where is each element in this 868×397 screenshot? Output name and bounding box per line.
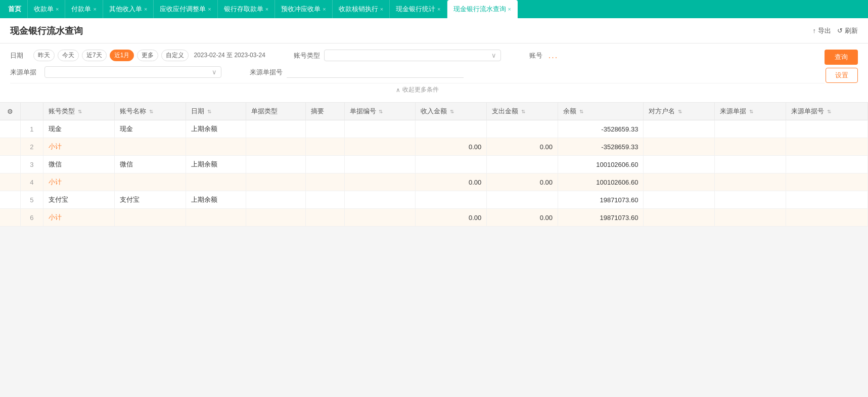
table-cell: 小计 bbox=[43, 173, 115, 191]
nav-tab-writeoff-close[interactable]: × bbox=[380, 6, 383, 12]
column-source-doc-num[interactable]: 来源单据号 ⇅ bbox=[786, 103, 867, 120]
refresh-icon: ↺ bbox=[837, 27, 843, 34]
table-cell: 小计 bbox=[43, 138, 115, 156]
table-cell bbox=[344, 156, 416, 173]
nav-tab-receipt[interactable]: 收款单 × bbox=[28, 0, 65, 18]
table-row: 5支付宝支付宝上期余额19871073.60 bbox=[0, 191, 868, 209]
column-account-name[interactable]: 账号名称 ⇅ bbox=[115, 103, 186, 120]
table-cell: 现金 bbox=[43, 120, 115, 138]
nav-tab-payment[interactable]: 付款单 × bbox=[65, 0, 103, 18]
sort-expense-icon: ⇅ bbox=[521, 109, 525, 114]
sort-account-name-icon: ⇅ bbox=[149, 109, 153, 114]
table-cell bbox=[306, 156, 344, 173]
sort-doc-number-icon: ⇅ bbox=[379, 109, 383, 114]
date-btn-custom[interactable]: 自定义 bbox=[161, 50, 189, 61]
nav-tab-payment-close[interactable]: × bbox=[93, 6, 96, 12]
column-income[interactable]: 收入金额 ⇅ bbox=[416, 103, 487, 120]
column-doc-number[interactable]: 单据编号 ⇅ bbox=[344, 103, 416, 120]
nav-tab-ar-ap-adj-close[interactable]: × bbox=[208, 6, 211, 12]
table-cell: -3528659.33 bbox=[558, 138, 644, 156]
column-gear[interactable]: ⚙ bbox=[0, 103, 20, 120]
header-actions: ↑ 导出 ↺ 刷新 bbox=[813, 26, 858, 35]
sort-balance-icon: ⇅ bbox=[579, 109, 583, 114]
account-type-select[interactable]: ∨ bbox=[324, 50, 501, 61]
refresh-label: 刷新 bbox=[845, 26, 858, 35]
table-cell: 6 bbox=[20, 209, 43, 227]
nav-tab-other-income[interactable]: 其他收入单 × bbox=[103, 0, 154, 18]
nav-tab-bank-deposit-close[interactable]: × bbox=[265, 6, 268, 12]
column-balance[interactable]: 余额 ⇅ bbox=[558, 103, 644, 120]
table-cell bbox=[644, 191, 715, 209]
table-cell bbox=[644, 138, 715, 156]
source-doc-select[interactable]: ∨ bbox=[44, 66, 221, 78]
column-counterpart[interactable]: 对方户名 ⇅ bbox=[644, 103, 715, 120]
table-cell: 19871073.60 bbox=[558, 209, 644, 227]
table-cell bbox=[416, 156, 487, 173]
table-cell bbox=[644, 173, 715, 191]
nav-tab-ar-ap-adj[interactable]: 应收应付调整单 × bbox=[154, 0, 217, 18]
table-cell: 0.00 bbox=[487, 138, 558, 156]
table-cell bbox=[715, 120, 786, 138]
nav-tab-prepay-label: 预收冲应收单 bbox=[281, 5, 321, 14]
source-doc-label: 来源单据 bbox=[10, 68, 36, 77]
export-label: 导出 bbox=[818, 26, 831, 35]
table-cell bbox=[644, 209, 715, 227]
column-doc-type: 单据类型 bbox=[246, 103, 306, 120]
nav-tab-cash-flow-close[interactable]: × bbox=[508, 6, 511, 12]
date-btn-7days[interactable]: 近7天 bbox=[82, 50, 107, 61]
nav-tab-home[interactable]: 首页 bbox=[2, 0, 28, 18]
column-expense[interactable]: 支出金额 ⇅ bbox=[487, 103, 558, 120]
refresh-button[interactable]: ↺ 刷新 bbox=[837, 26, 858, 35]
sort-account-type-icon: ⇅ bbox=[78, 109, 82, 114]
table-cell bbox=[0, 209, 20, 227]
date-btn-more[interactable]: 更多 bbox=[137, 50, 158, 61]
settings-button[interactable]: 设置 bbox=[826, 68, 858, 83]
table-cell: 2 bbox=[20, 138, 43, 156]
table-cell bbox=[246, 156, 306, 173]
nav-tab-bank-deposit[interactable]: 银行存取款单 × bbox=[218, 0, 275, 18]
table-cell bbox=[0, 173, 20, 191]
table-cell: 现金 bbox=[115, 120, 186, 138]
export-button[interactable]: ↑ 导出 bbox=[813, 26, 832, 35]
nav-tab-ar-ap-adj-label: 应收应付调整单 bbox=[160, 5, 206, 14]
nav-tab-cash-stats-close[interactable]: × bbox=[437, 6, 440, 12]
column-date[interactable]: 日期 ⇅ bbox=[186, 103, 246, 120]
table-container: ⚙ 账号类型 ⇅ 账号名称 ⇅ 日期 ⇅ 单据类型 bbox=[0, 103, 868, 227]
table-cell: 0.00 bbox=[487, 173, 558, 191]
account-label: 账号 bbox=[529, 51, 544, 60]
table-cell: 5 bbox=[20, 191, 43, 209]
table-row: 1现金现金上期余额-3528659.33 bbox=[0, 120, 868, 138]
nav-tab-bank-deposit-label: 银行存取款单 bbox=[224, 5, 263, 14]
query-button[interactable]: 查询 bbox=[825, 50, 858, 65]
sort-counterpart-icon: ⇅ bbox=[678, 109, 682, 114]
collapse-label: 收起更多条件 bbox=[402, 85, 439, 94]
nav-tab-cash-flow[interactable]: 现金银行流水查询 × bbox=[447, 0, 518, 18]
column-summary: 摘要 bbox=[306, 103, 344, 120]
nav-tab-other-income-label: 其他收入单 bbox=[109, 5, 142, 14]
nav-tab-writeoff[interactable]: 收款核销执行 × bbox=[333, 0, 390, 18]
table-cell bbox=[715, 191, 786, 209]
table-cell bbox=[487, 191, 558, 209]
nav-tab-prepay-close[interactable]: × bbox=[323, 6, 326, 12]
account-dots-button[interactable]: ... bbox=[549, 51, 558, 60]
table-cell bbox=[306, 138, 344, 156]
nav-tab-receipt-close[interactable]: × bbox=[56, 6, 59, 12]
column-account-type[interactable]: 账号类型 ⇅ bbox=[43, 103, 115, 120]
nav-tab-home-label: 首页 bbox=[8, 5, 21, 14]
nav-tab-other-income-close[interactable]: × bbox=[144, 6, 147, 12]
nav-tab-cash-stats[interactable]: 现金银行统计 × bbox=[390, 0, 447, 18]
source-doc-number-input[interactable] bbox=[287, 67, 464, 78]
sort-income-icon: ⇅ bbox=[450, 109, 454, 114]
date-btn-1month[interactable]: 近1月 bbox=[110, 50, 134, 61]
date-options: 昨天 今天 近7天 近1月 更多 自定义 bbox=[33, 50, 265, 61]
filter-row-2: 来源单据 ∨ 来源单据号 bbox=[10, 66, 825, 78]
date-btn-yesterday[interactable]: 昨天 bbox=[33, 50, 55, 61]
table-cell: 19871073.60 bbox=[558, 191, 644, 209]
table-cell bbox=[786, 138, 867, 156]
top-navigation: 首页 收款单 × 付款单 × 其他收入单 × 应收应付调整单 × 银行存取款单 … bbox=[0, 0, 868, 18]
nav-tab-prepay[interactable]: 预收冲应收单 × bbox=[275, 0, 332, 18]
column-source-doc[interactable]: 来源单据 ⇅ bbox=[715, 103, 786, 120]
table-cell bbox=[487, 156, 558, 173]
collapse-button[interactable]: ∧ 收起更多条件 bbox=[10, 83, 825, 96]
date-btn-today[interactable]: 今天 bbox=[58, 50, 79, 61]
